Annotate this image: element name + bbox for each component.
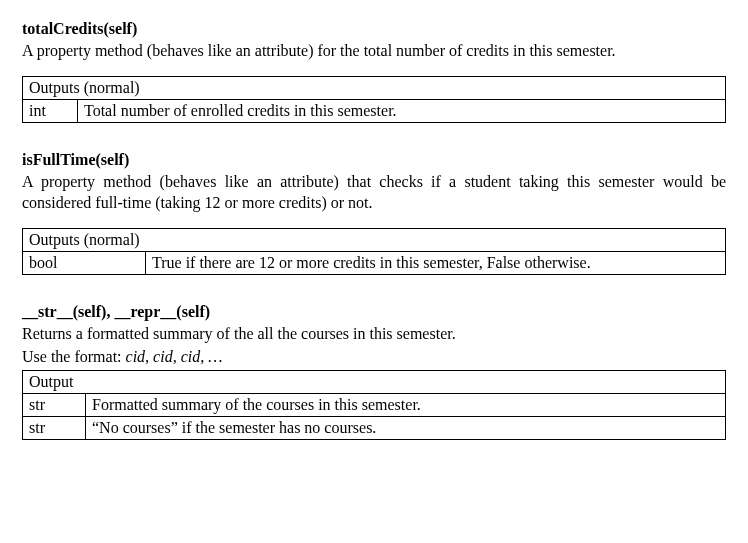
table-row: int Total number of enrolled credits in … (23, 99, 726, 122)
method-format-line: Use the format: cid, cid, cid, … (22, 346, 726, 368)
method-title: totalCredits(self) (22, 20, 726, 38)
output-type: int (23, 99, 78, 122)
method-title: isFullTime(self) (22, 151, 726, 169)
outputs-table: Output str Formatted summary of the cour… (22, 370, 726, 440)
output-text: “No courses” if the semester has no cour… (86, 416, 726, 439)
table-header-row: Outputs (normal) (23, 228, 726, 251)
output-type: str (23, 393, 86, 416)
table-header: Outputs (normal) (23, 76, 726, 99)
table-header-row: Outputs (normal) (23, 76, 726, 99)
table-header: Outputs (normal) (23, 228, 726, 251)
table-row: str “No courses” if the semester has no … (23, 416, 726, 439)
table-header-row: Output (23, 370, 726, 393)
format-pattern: cid, cid, cid, … (126, 348, 223, 365)
outputs-table: Outputs (normal) int Total number of enr… (22, 76, 726, 123)
output-type: bool (23, 251, 146, 274)
method-title: __str__(self), __repr__(self) (22, 303, 726, 321)
outputs-table: Outputs (normal) bool True if there are … (22, 228, 726, 275)
method-description: Returns a formatted summary of the all t… (22, 323, 726, 345)
output-text: Total number of enrolled credits in this… (78, 99, 726, 122)
method-description: A property method (behaves like an attri… (22, 171, 726, 214)
table-header: Output (23, 370, 726, 393)
output-text: True if there are 12 or more credits in … (146, 251, 726, 274)
output-type: str (23, 416, 86, 439)
format-prefix: Use the format: (22, 348, 126, 365)
method-description: A property method (behaves like an attri… (22, 40, 726, 62)
table-row: bool True if there are 12 or more credit… (23, 251, 726, 274)
output-text: Formatted summary of the courses in this… (86, 393, 726, 416)
table-row: str Formatted summary of the courses in … (23, 393, 726, 416)
